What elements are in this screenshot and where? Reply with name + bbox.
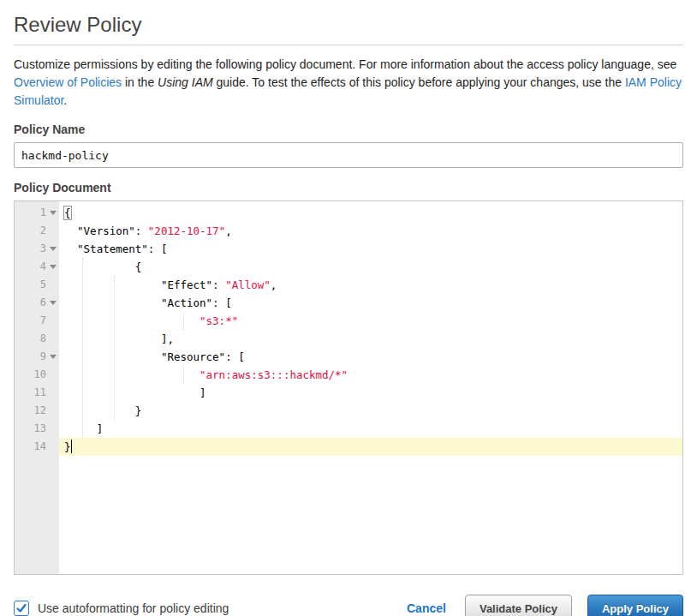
description: Customize permissions by editing the fol… <box>14 56 683 110</box>
gutter-line-number: 13 <box>15 420 59 438</box>
apply-policy-button[interactable]: Apply Policy <box>587 595 683 616</box>
code-line-9[interactable]: "Resource": [ <box>59 348 682 366</box>
gutter-line-number: 12 <box>15 402 59 420</box>
checkmark-icon <box>15 601 28 615</box>
code-line-4[interactable]: { <box>59 258 682 276</box>
policy-name-input[interactable] <box>14 142 683 168</box>
fold-arrow-icon[interactable] <box>50 265 57 269</box>
gutter-line-number: 8 <box>15 330 59 348</box>
review-policy-page: Review Policy Customize permissions by e… <box>0 13 697 616</box>
overview-of-policies-link[interactable]: Overview of Policies <box>14 75 122 89</box>
code-line-13[interactable]: ] <box>59 420 682 438</box>
code-line-1[interactable]: { <box>59 204 682 222</box>
editor-code[interactable]: { "Version": "2012-10-17", "Statement": … <box>59 201 682 574</box>
code-line-11[interactable]: ] <box>59 384 682 402</box>
cancel-link[interactable]: Cancel <box>407 601 446 615</box>
description-text-1: Customize permissions by editing the fol… <box>14 57 676 71</box>
page-title: Review Policy <box>14 13 683 37</box>
code-line-12[interactable]: } <box>59 402 682 420</box>
policy-document-editor[interactable]: 1234567891011121314 { "Version": "2012-1… <box>14 200 683 575</box>
editor-gutter: 1234567891011121314 <box>15 201 59 574</box>
gutter-line-number: 2 <box>15 222 59 240</box>
using-iam-guide-name: Using IAM <box>158 75 213 89</box>
policy-document-label: Policy Document <box>14 181 683 194</box>
autoformat-label: Use autoformatting for policy editing <box>38 601 229 615</box>
code-line-8[interactable]: ], <box>59 330 682 348</box>
code-line-5[interactable]: "Effect": "Allow", <box>59 276 682 294</box>
gutter-line-number: 6 <box>15 294 59 312</box>
autoformat-checkbox[interactable] <box>14 601 29 616</box>
description-text-2: in the <box>122 75 158 89</box>
code-line-3[interactable]: "Statement": [ <box>59 240 682 258</box>
title-divider <box>14 45 683 45</box>
text-cursor <box>71 440 73 453</box>
code-line-2[interactable]: "Version": "2012-10-17", <box>59 222 682 240</box>
code-line-10[interactable]: "arn:aws:s3:::hackmd/*" <box>59 366 682 384</box>
gutter-line-number: 10 <box>15 366 59 384</box>
gutter-line-number: 7 <box>15 312 59 330</box>
gutter-line-number: 11 <box>15 384 59 402</box>
fold-arrow-icon[interactable] <box>50 247 57 251</box>
code-line-6[interactable]: "Action": [ <box>59 294 682 312</box>
code-line-7[interactable]: "s3:*" <box>59 312 682 330</box>
gutter-line-number: 9 <box>15 348 59 366</box>
fold-arrow-icon[interactable] <box>50 211 57 215</box>
gutter-line-number: 1 <box>15 204 59 222</box>
description-text-3: guide. To test the effects of this polic… <box>213 75 625 89</box>
gutter-line-number: 5 <box>15 276 59 294</box>
fold-arrow-icon[interactable] <box>50 355 57 359</box>
autoformat-option: Use autoformatting for policy editing <box>14 601 229 616</box>
gutter-line-number: 14 <box>15 438 59 456</box>
action-buttons: Cancel Validate Policy Apply Policy <box>407 595 683 616</box>
gutter-line-number: 3 <box>15 240 59 258</box>
code-line-14[interactable]: } <box>59 438 682 456</box>
description-text-4: . <box>63 93 67 107</box>
policy-name-label: Policy Name <box>14 123 683 136</box>
validate-policy-button[interactable]: Validate Policy <box>465 595 572 616</box>
fold-arrow-icon[interactable] <box>50 301 57 305</box>
footer-bar: Use autoformatting for policy editing Ca… <box>14 595 683 616</box>
gutter-line-number: 4 <box>15 258 59 276</box>
